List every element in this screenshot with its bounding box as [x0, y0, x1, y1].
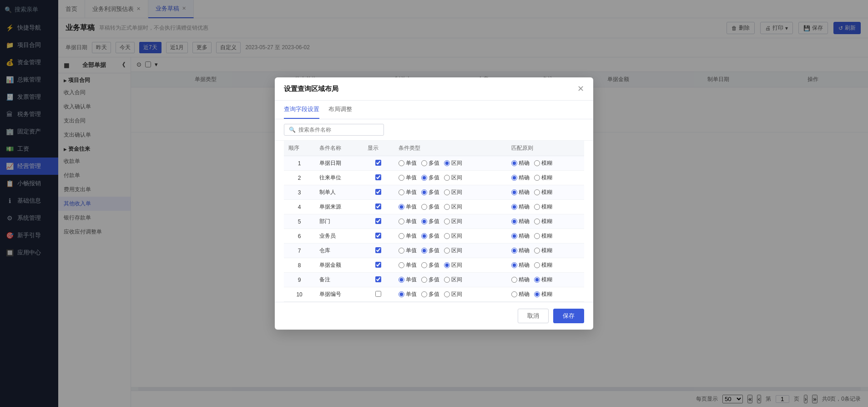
- radio-cond-多值[interactable]: 多值: [421, 218, 439, 225]
- cell-order: 9: [284, 273, 315, 287]
- radio-match-精确[interactable]: 精确: [511, 276, 530, 284]
- cancel-button[interactable]: 取消: [518, 309, 549, 323]
- cell-name: 制单人: [315, 185, 363, 200]
- show-checkbox-1[interactable]: [375, 160, 381, 166]
- show-checkbox-10[interactable]: [375, 291, 381, 297]
- cell-show[interactable]: [363, 171, 394, 185]
- cell-name: 仓库: [315, 244, 363, 258]
- radio-cond-区间[interactable]: 区间: [444, 188, 462, 196]
- radio-match-模糊[interactable]: 模糊: [534, 218, 552, 225]
- radio-match-精确[interactable]: 精确: [511, 174, 530, 182]
- cell-match-rule: 精确 模糊: [507, 200, 584, 214]
- dialog-header: 设置查询区域布局 ✕: [275, 77, 593, 101]
- radio-match-模糊[interactable]: 模糊: [534, 174, 552, 182]
- show-checkbox-6[interactable]: [375, 233, 381, 239]
- dialog-search-icon: 🔍: [289, 127, 296, 133]
- radio-cond-单值[interactable]: 单值: [399, 276, 417, 284]
- radio-cond-多值[interactable]: 多值: [421, 188, 439, 196]
- radio-match-模糊[interactable]: 模糊: [534, 261, 552, 269]
- cell-cond-type: 单值 多值 区间: [394, 287, 507, 302]
- dialog-close-button[interactable]: ✕: [577, 84, 584, 94]
- cell-match-rule: 精确 模糊: [507, 287, 584, 302]
- cell-show[interactable]: [363, 200, 394, 214]
- radio-cond-单值[interactable]: 单值: [399, 188, 417, 196]
- cell-name: 业务员: [315, 229, 363, 244]
- show-checkbox-9[interactable]: [375, 276, 381, 282]
- cell-show[interactable]: [363, 185, 394, 200]
- cell-match-rule: 精确 模糊: [507, 171, 584, 185]
- radio-match-精确[interactable]: 精确: [511, 159, 530, 167]
- radio-cond-单值[interactable]: 单值: [399, 159, 417, 167]
- radio-match-精确[interactable]: 精确: [511, 232, 530, 240]
- radio-cond-多值[interactable]: 多值: [421, 174, 439, 182]
- radio-match-模糊[interactable]: 模糊: [534, 159, 552, 167]
- radio-cond-多值[interactable]: 多值: [421, 232, 439, 240]
- radio-cond-单值[interactable]: 单值: [399, 261, 417, 269]
- radio-cond-区间[interactable]: 区间: [444, 218, 462, 225]
- radio-match-精确[interactable]: 精确: [511, 218, 530, 225]
- cell-show[interactable]: [363, 214, 394, 229]
- radio-cond-多值[interactable]: 多值: [421, 261, 439, 269]
- show-checkbox-4[interactable]: [375, 204, 381, 209]
- cell-match-rule: 精确 模糊: [507, 244, 584, 258]
- radio-cond-区间[interactable]: 区间: [444, 203, 462, 211]
- radio-cond-单值[interactable]: 单值: [399, 232, 417, 240]
- dialog-save-button[interactable]: 保存: [553, 309, 584, 323]
- radio-cond-区间[interactable]: 区间: [444, 232, 462, 240]
- radio-cond-单值[interactable]: 单值: [399, 174, 417, 182]
- dialog-tab-layout[interactable]: 布局调整: [328, 101, 352, 119]
- radio-match-精确[interactable]: 精确: [511, 203, 530, 211]
- radio-match-模糊[interactable]: 模糊: [534, 232, 552, 240]
- radio-cond-区间[interactable]: 区间: [444, 247, 462, 254]
- dialog-tab-field-settings[interactable]: 查询字段设置: [284, 101, 319, 119]
- radio-match-精确[interactable]: 精确: [511, 290, 530, 298]
- cell-cond-type: 单值 多值 区间: [394, 200, 507, 214]
- show-checkbox-8[interactable]: [375, 262, 381, 268]
- cell-show[interactable]: [363, 229, 394, 244]
- cell-show[interactable]: [363, 287, 394, 302]
- th-match: 匹配原则: [507, 141, 584, 156]
- radio-cond-单值[interactable]: 单值: [399, 203, 417, 211]
- radio-cond-单值[interactable]: 单值: [399, 218, 417, 225]
- radio-cond-多值[interactable]: 多值: [421, 159, 439, 167]
- radio-cond-区间[interactable]: 区间: [444, 159, 462, 167]
- radio-cond-多值[interactable]: 多值: [421, 290, 439, 298]
- cell-cond-type: 单值 多值 区间: [394, 229, 507, 244]
- radio-cond-区间[interactable]: 区间: [444, 174, 462, 182]
- radio-match-模糊[interactable]: 模糊: [534, 290, 552, 298]
- radio-cond-区间[interactable]: 区间: [444, 290, 462, 298]
- radio-cond-区间[interactable]: 区间: [444, 261, 462, 269]
- radio-cond-多值[interactable]: 多值: [421, 276, 439, 284]
- radio-cond-区间[interactable]: 区间: [444, 276, 462, 284]
- radio-match-模糊[interactable]: 模糊: [534, 247, 552, 254]
- cell-match-rule: 精确 模糊: [507, 229, 584, 244]
- dialog-search-input[interactable]: [298, 127, 379, 133]
- radio-cond-多值[interactable]: 多值: [421, 247, 439, 254]
- radio-match-模糊[interactable]: 模糊: [534, 276, 552, 284]
- cell-show[interactable]: [363, 258, 394, 273]
- cell-name: 备注: [315, 273, 363, 287]
- dialog-table-area: 顺序 条件名称 显示 条件类型 匹配原则 1 单据日期 单值 多值 区间: [275, 141, 593, 302]
- cell-show[interactable]: [363, 273, 394, 287]
- cell-cond-type: 单值 多值 区间: [394, 185, 507, 200]
- radio-match-精确[interactable]: 精确: [511, 261, 530, 269]
- show-checkbox-5[interactable]: [375, 218, 381, 224]
- cell-cond-type: 单值 多值 区间: [394, 244, 507, 258]
- show-checkbox-7[interactable]: [375, 247, 381, 253]
- radio-match-精确[interactable]: 精确: [511, 188, 530, 196]
- radio-match-精确[interactable]: 精确: [511, 247, 530, 254]
- cell-show[interactable]: [363, 156, 394, 171]
- radio-cond-多值[interactable]: 多值: [421, 203, 439, 211]
- radio-cond-单值[interactable]: 单值: [399, 290, 417, 298]
- radio-match-模糊[interactable]: 模糊: [534, 203, 552, 211]
- cell-order: 5: [284, 214, 315, 229]
- radio-cond-单值[interactable]: 单值: [399, 247, 417, 254]
- dialog-title: 设置查询区域布局: [284, 85, 338, 93]
- show-checkbox-2[interactable]: [375, 174, 381, 180]
- show-checkbox-3[interactable]: [375, 189, 381, 195]
- cell-order: 6: [284, 229, 315, 244]
- cell-name: 单据来源: [315, 200, 363, 214]
- cell-show[interactable]: [363, 244, 394, 258]
- cell-name: 单据日期: [315, 156, 363, 171]
- radio-match-模糊[interactable]: 模糊: [534, 188, 552, 196]
